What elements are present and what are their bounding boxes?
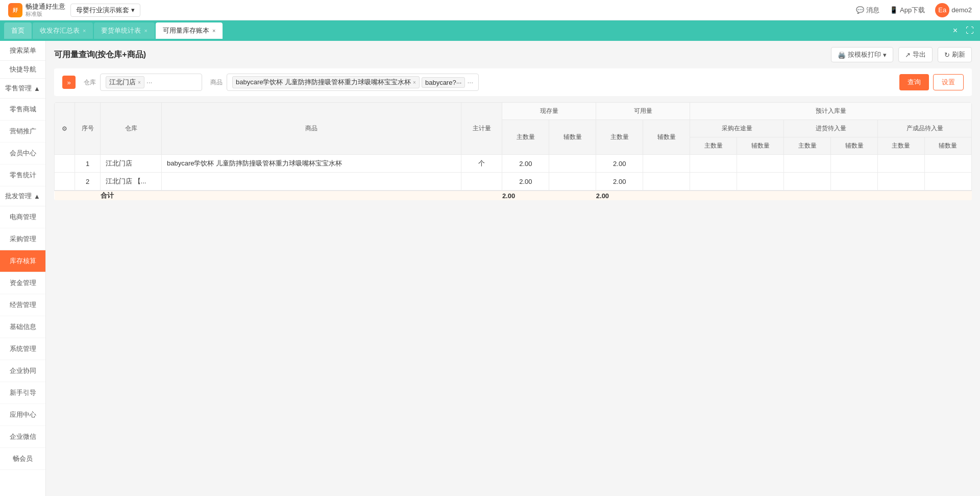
summary-stock-main: 2.00 <box>502 191 549 200</box>
export-btn[interactable]: ↗ 导出 <box>898 47 933 62</box>
table-row: 1 江北门店 babycare学饮杯 儿童防摔防撞吸管杯重力球吸嘴杯宝宝水杯 个… <box>55 155 972 173</box>
nav-right-actions: × ⛶ <box>951 24 976 37</box>
product-tag-1: babycare学饮杯 儿童防摔防撞吸管杯重力球吸嘴杯宝宝水杯 × <box>232 76 420 88</box>
sidebar-item-enterprise[interactable]: 企业协同 <box>0 360 45 382</box>
refresh-btn[interactable]: ↻ 刷新 <box>938 47 972 62</box>
sidebar-item-marketing[interactable]: 营销推广 <box>0 121 45 143</box>
sidebar-item-newuser[interactable]: 新手引导 <box>0 382 45 404</box>
col-stock-aux: 辅数量 <box>549 120 596 155</box>
tab-close-inventory[interactable]: × <box>212 28 215 34</box>
sidebar-item-purchase[interactable]: 采购管理 <box>0 228 45 250</box>
message-btn[interactable]: 💬 消息 <box>856 6 879 15</box>
table-container: ⚙ 序号 仓库 商品 主计量 现存量 可用量 预计入库量 主数量 辅数量 主数量… <box>54 102 972 200</box>
sidebar-item-finance[interactable]: 资金管理 <box>0 272 45 294</box>
sidebar-quick-nav[interactable]: 快捷导航 <box>0 61 45 79</box>
tab-inventory[interactable]: 可用量库存账本 × <box>156 22 223 39</box>
col-incoming-main: 主数量 <box>784 137 831 155</box>
col-incoming: 进货待入量 <box>784 120 878 137</box>
warehouse-filter-group: 仓库 江北门店 × ··· <box>84 74 202 91</box>
col-expected-in: 预计入库量 <box>690 103 972 120</box>
col-num: 序号 <box>75 103 101 155</box>
sidebar-item-members[interactable]: 会员中心 <box>0 143 45 164</box>
avatar: Ea <box>935 3 949 17</box>
chevron-icon: ▲ <box>34 85 40 92</box>
sidebar: 搜索菜单 快捷导航 零售管理 ▲ 零售商城 营销推广 会员中心 零售统计 批发管… <box>0 41 46 496</box>
sidebar-item-system[interactable]: 系统管理 <box>0 338 45 360</box>
sidebar-item-retail-stats[interactable]: 零售统计 <box>0 164 45 186</box>
logo-text: 畅捷通好生意 标准版 <box>26 3 65 17</box>
message-icon: 💬 <box>856 6 864 14</box>
industry-selector[interactable]: 母婴行业演示账套 ▾ <box>70 4 140 17</box>
sidebar-item-wechat[interactable]: 企业微信 <box>0 426 45 448</box>
logo-area: 好 畅捷通好生意 标准版 <box>8 3 65 17</box>
summary-avail-main: 2.00 <box>596 191 643 200</box>
content-area: 可用量查询(按仓库+商品) 🖨️ 按模板打印 ▾ ↗ 导出 ↻ 刷新 <box>46 41 980 496</box>
top-bar-left: 好 畅捷通好生意 标准版 母婴行业演示账套 ▾ <box>8 3 140 17</box>
chevron-down-icon-print: ▾ <box>883 51 887 59</box>
tab-close-orders[interactable]: × <box>144 28 147 34</box>
tab-close-receipts[interactable]: × <box>83 28 86 34</box>
product-label: 商品 <box>210 78 223 87</box>
sidebar-item-retail-shop[interactable]: 零售商城 <box>0 99 45 121</box>
col-product: 商品 <box>162 103 461 155</box>
warehouse-tag-close[interactable]: × <box>138 80 141 85</box>
export-icon: ↗ <box>905 51 911 59</box>
product-tag-2: babycare?··· <box>422 77 465 88</box>
inventory-table: ⚙ 序号 仓库 商品 主计量 现存量 可用量 预计入库量 主数量 辅数量 主数量… <box>54 102 972 200</box>
warehouse-tag: 江北门店 × <box>106 76 144 88</box>
col-production-main: 主数量 <box>878 137 925 155</box>
sidebar-search[interactable]: 搜索菜单 <box>0 41 45 61</box>
sidebar-item-ecommerce[interactable]: 电商管理 <box>0 206 45 228</box>
warehouse-more-btn[interactable]: ··· <box>146 78 153 86</box>
sidebar-item-operations[interactable]: 经营管理 <box>0 294 45 316</box>
col-production: 产成品待入量 <box>878 120 972 137</box>
col-main-unit: 主计量 <box>461 103 502 155</box>
col-purchase-aux: 辅数量 <box>737 137 784 155</box>
summary-row: 合计 2.00 2.00 <box>55 191 972 200</box>
sidebar-item-basic[interactable]: 基础信息 <box>0 316 45 338</box>
product-tag-1-close[interactable]: × <box>413 80 416 85</box>
col-stock-main: 主数量 <box>502 120 549 155</box>
sidebar-item-inventory[interactable]: 库存核算 <box>0 250 45 272</box>
col-avail-aux: 辅数量 <box>643 120 690 155</box>
sidebar-item-appcenter[interactable]: 应用中心 <box>0 404 45 426</box>
product-more-btn[interactable]: ··· <box>467 78 473 86</box>
chevron-down-icon: ▾ <box>131 6 135 14</box>
page-actions: 🖨️ 按模板打印 ▾ ↗ 导出 ↻ 刷新 <box>831 47 972 62</box>
product-input[interactable]: babycare学饮杯 儿童防摔防撞吸管杯重力球吸嘴杯宝宝水杯 × babyca… <box>227 74 479 91</box>
col-current-stock: 现存量 <box>502 103 596 120</box>
main-layout: 搜索菜单 快捷导航 零售管理 ▲ 零售商城 营销推广 会员中心 零售统计 批发管… <box>0 41 980 496</box>
page-title: 可用量查询(按仓库+商品) <box>54 50 146 60</box>
sidebar-item-member[interactable]: 畅会员 <box>0 448 45 470</box>
settings-btn[interactable]: 设置 <box>933 74 964 90</box>
col-incoming-aux: 辅数量 <box>831 137 878 155</box>
sidebar-group-wholesale[interactable]: 批发管理 ▲ <box>0 186 45 206</box>
query-btn[interactable]: 查询 <box>899 74 929 90</box>
refresh-icon: ↻ <box>944 51 950 59</box>
col-warehouse: 仓库 <box>101 103 162 155</box>
summary-label: 合计 <box>101 191 162 200</box>
nav-tabs: 首页 收发存汇总表 × 要货单统计表 × 可用量库存账本 × × ⛶ <box>0 20 980 41</box>
filter-area: » 仓库 江北门店 × ··· 商品 babycare学饮杯 儿童防摔防撞吸管杯… <box>54 68 972 96</box>
table-row: 2 江北门店 【... 2.00 2.00 <box>55 173 972 191</box>
download-icon: 📱 <box>890 6 898 14</box>
product-filter-group: 商品 babycare学饮杯 儿童防摔防撞吸管杯重力球吸嘴杯宝宝水杯 × bab… <box>210 74 479 91</box>
warehouse-label: 仓库 <box>84 78 96 87</box>
print-btn[interactable]: 🖨️ 按模板打印 ▾ <box>831 47 893 62</box>
app-download-btn[interactable]: 📱 App下载 <box>890 6 925 15</box>
expand-btn[interactable]: ⛶ <box>964 24 976 37</box>
col-available: 可用量 <box>596 103 690 120</box>
print-icon: 🖨️ <box>838 51 846 59</box>
col-avail-main: 主数量 <box>596 120 643 155</box>
filter-action-btns: 查询 设置 <box>899 74 964 90</box>
tab-orders[interactable]: 要货单统计表 × <box>94 22 154 39</box>
filter-toggle-btn[interactable]: » <box>62 76 76 89</box>
tab-receipts[interactable]: 收发存汇总表 × <box>33 22 93 39</box>
col-settings[interactable]: ⚙ <box>55 103 75 155</box>
close-all-btn[interactable]: × <box>951 24 960 37</box>
page-title-bar: 可用量查询(按仓库+商品) 🖨️ 按模板打印 ▾ ↗ 导出 ↻ 刷新 <box>54 47 972 62</box>
user-menu[interactable]: Ea demo2 <box>935 3 972 17</box>
warehouse-input[interactable]: 江北门店 × ··· <box>100 74 202 91</box>
tab-home[interactable]: 首页 <box>4 22 32 39</box>
sidebar-group-retail[interactable]: 零售管理 ▲ <box>0 79 45 99</box>
